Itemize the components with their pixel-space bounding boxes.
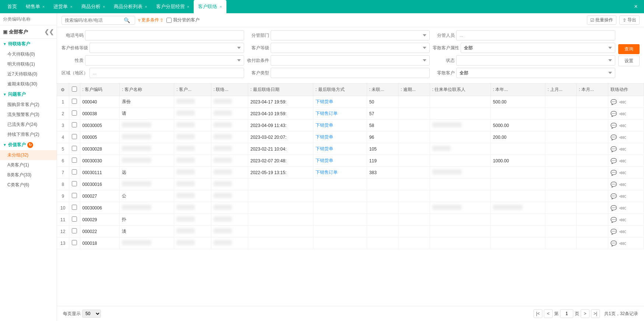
message-icon[interactable]: 💬 — [610, 240, 617, 246]
more-conditions-button[interactable]: ▿ 更多条件 ⇧ — [138, 17, 163, 23]
sidebar-item-tomorrow-pending[interactable]: 明天待联络(1) — [0, 59, 57, 69]
last-method-link[interactable]: 下销货单 — [316, 123, 333, 128]
next-page-button[interactable]: > — [581, 309, 590, 318]
page-input[interactable] — [560, 309, 573, 318]
sidebar-all-customers[interactable]: ▣ 全部客户 ❮❮ — [0, 25, 57, 39]
grid-action-icon[interactable]: ⋘ — [619, 134, 626, 140]
filter-manager-dots[interactable]: ... — [456, 30, 615, 40]
sidebar-collapse-button[interactable]: ❮❮ — [44, 28, 54, 35]
grid-action-icon[interactable]: ⋘ — [619, 158, 626, 164]
nav-product-analysis[interactable]: 商品分析 × — [77, 0, 109, 13]
grid-action-icon[interactable]: ⋘ — [619, 146, 626, 152]
search-input[interactable] — [65, 18, 124, 23]
nav-customer-contact-close[interactable]: × — [219, 4, 222, 9]
row-checkbox[interactable] — [72, 169, 77, 174]
nav-customer-tier-close[interactable]: × — [187, 4, 189, 9]
row-checkbox[interactable] — [72, 122, 77, 127]
filter-nature-select[interactable] — [85, 55, 244, 66]
grid-action-icon[interactable]: ⋘ — [619, 111, 626, 117]
sidebar-item-declining[interactable]: 持续下滑客户(2) — [0, 130, 57, 140]
message-icon[interactable]: 💬 — [610, 170, 617, 176]
sidebar-item-class-b[interactable]: B类客户(33) — [0, 170, 57, 180]
sidebar-item-overdue-pending[interactable]: 逾期未联络(30) — [0, 79, 57, 89]
row-checkbox[interactable] — [72, 193, 77, 198]
nav-home[interactable]: 首页 — [3, 0, 21, 13]
filter-price-tier-select[interactable] — [89, 43, 244, 53]
prev-page-button[interactable]: < — [544, 309, 553, 318]
filter-payment-select[interactable] — [271, 55, 430, 66]
sidebar-item-churned[interactable]: 已流失客户(24) — [0, 120, 57, 130]
first-page-button[interactable]: |< — [534, 309, 542, 318]
grid-action-icon[interactable]: ⋘ — [619, 217, 626, 223]
search-icon[interactable]: 🔍 — [124, 17, 130, 23]
last-page-button[interactable]: >| — [591, 309, 600, 318]
message-icon[interactable]: 💬 — [610, 193, 617, 199]
nav-product-analysis-list-close[interactable]: × — [145, 4, 147, 9]
col-settings[interactable]: ⚙ — [57, 84, 69, 96]
nav-purchase-close[interactable]: × — [70, 4, 72, 9]
row-checkbox[interactable] — [72, 228, 77, 233]
message-icon[interactable]: 💬 — [610, 111, 617, 117]
query-button[interactable]: 查询 — [618, 44, 640, 54]
last-method-link[interactable]: 下销货单 — [316, 146, 333, 151]
my-customers-checkbox[interactable] — [166, 18, 172, 23]
sidebar-item-today-pending[interactable]: 今天待联络(0) — [0, 49, 57, 59]
message-icon[interactable]: 💬 — [610, 229, 617, 234]
last-method-link[interactable]: 下销货单 — [316, 158, 333, 163]
last-method-link[interactable]: 下销售订单 — [316, 111, 338, 116]
nav-sales-close[interactable]: × — [42, 4, 45, 9]
sidebar-section-pending[interactable]: ▼ 待联络客户 — [0, 39, 57, 49]
sidebar-item-ungrouped[interactable]: 未分组(32) — [0, 150, 57, 160]
row-checkbox[interactable] — [72, 110, 77, 116]
message-icon[interactable]: 💬 — [610, 123, 617, 128]
row-checkbox[interactable] — [72, 181, 77, 186]
grid-action-icon[interactable]: ⋘ — [619, 240, 626, 246]
message-icon[interactable]: 💬 — [610, 134, 617, 140]
message-icon[interactable]: 💬 — [610, 158, 617, 164]
sidebar-section-value[interactable]: ▼ 价值客户 ↻ — [0, 140, 57, 150]
sidebar-item-class-a[interactable]: A类客户(1) — [0, 160, 57, 170]
sidebar-item-churn-warning[interactable]: 流失预警客户(3) — [0, 110, 57, 120]
filter-phone-input[interactable] — [85, 30, 244, 40]
sidebar-item-class-c[interactable]: C类客户(6) — [0, 180, 57, 190]
row-checkbox[interactable] — [72, 134, 77, 139]
row-checkbox[interactable] — [72, 146, 77, 151]
refresh-badge[interactable]: ↻ — [27, 142, 33, 148]
row-checkbox[interactable] — [72, 205, 77, 210]
nav-purchase[interactable]: 进货单 × — [49, 0, 77, 13]
message-icon[interactable]: 💬 — [610, 205, 617, 211]
batch-operation-button[interactable]: ☑ 批量操作 — [587, 15, 616, 25]
select-all-checkbox[interactable] — [72, 87, 77, 92]
last-method-link[interactable]: 下销售订单 — [316, 170, 338, 175]
nav-customer-tier[interactable]: 客户分层经营 × — [152, 0, 194, 13]
nav-sales[interactable]: 销售单 × — [21, 0, 49, 13]
last-method-link[interactable]: 下销货单 — [316, 134, 333, 140]
message-icon[interactable]: 💬 — [610, 146, 617, 152]
grid-action-icon[interactable]: ⋘ — [619, 99, 626, 105]
last-method-link[interactable]: 下销货单 — [316, 99, 333, 104]
grid-action-icon[interactable]: ⋘ — [619, 193, 626, 199]
message-icon[interactable]: 💬 — [610, 99, 617, 105]
reset-button[interactable]: 设置 — [618, 56, 640, 66]
sidebar-search-input[interactable] — [3, 17, 57, 22]
row-checkbox[interactable] — [72, 216, 77, 222]
export-button[interactable]: ⇧ 导出 — [619, 15, 640, 25]
sidebar-item-7days-pending[interactable]: 近7天待联络(0) — [0, 69, 57, 79]
filter-small-customer-select[interactable]: 全部 — [456, 68, 615, 78]
grid-action-icon[interactable]: ⋘ — [619, 229, 626, 234]
message-icon[interactable]: 💬 — [610, 217, 617, 223]
filter-status-select[interactable] — [456, 55, 615, 66]
nav-product-analysis-list[interactable]: 商品分析列表 × — [109, 0, 151, 13]
nav-customer-contact[interactable]: 客户联络 × — [194, 0, 226, 13]
grid-action-icon[interactable]: ⋘ — [619, 181, 626, 187]
page-size-select[interactable]: 50 20 100 — [82, 310, 101, 318]
filter-customer-type-input[interactable] — [271, 68, 430, 78]
filter-dept-select[interactable] — [271, 30, 430, 40]
sidebar-section-problem[interactable]: ▼ 问题客户 — [0, 89, 57, 100]
grid-action-icon[interactable]: ⋘ — [619, 205, 626, 211]
sidebar-item-abnormal[interactable]: 囤购异常客户(2) — [0, 100, 57, 110]
nav-product-analysis-close[interactable]: × — [103, 4, 105, 9]
filter-customer-tier-select[interactable] — [271, 43, 430, 53]
row-checkbox[interactable] — [72, 158, 77, 163]
filter-small-attr-select[interactable]: 全部 — [461, 43, 615, 53]
